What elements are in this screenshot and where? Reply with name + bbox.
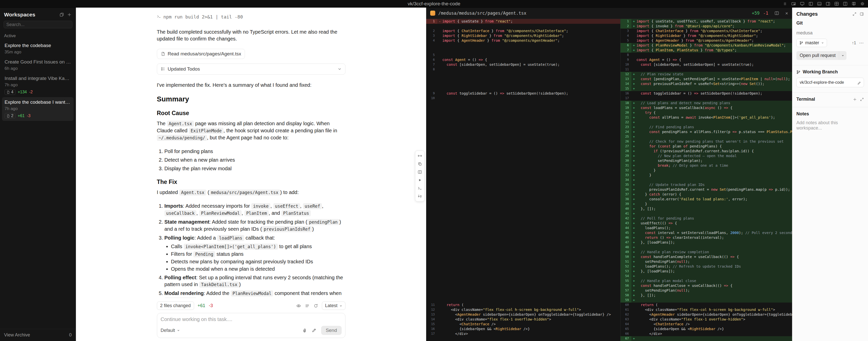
workspace-title: Explore the codebase I want you to ex... <box>5 99 71 105</box>
files-changed-button[interactable]: 2 files changed <box>157 302 194 310</box>
expand-horizontal-icon[interactable] <box>416 153 423 159</box>
diff-line-marker: + <box>631 226 637 230</box>
chevron-down-icon <box>339 304 342 307</box>
diff-row: 2+import { invoke } from "@tauri-apps/ap… <box>426 24 792 29</box>
diff-line-marker: + <box>631 86 637 91</box>
diff-line-number: 43 <box>620 221 631 226</box>
layout-sidebar-left-icon[interactable] <box>808 1 813 6</box>
eye-icon[interactable] <box>296 303 301 308</box>
diff-row: 24+ const pendingPlans = allPlans.filter… <box>426 129 792 134</box>
diff-line-number: 54 <box>620 274 631 279</box>
grid-icon[interactable] <box>834 1 839 6</box>
diff-code-line <box>442 230 620 235</box>
picture-in-picture-icon[interactable] <box>791 1 796 6</box>
diff-code-line: for (const plan of pendingPlans) { <box>637 144 792 149</box>
workspace-item[interactable]: Explore the codebase I want you to ex...… <box>2 97 74 121</box>
compare-arrows-icon[interactable] <box>416 193 423 199</box>
diff-code-line: <div className="flex flex-1 overflow-hid… <box>637 317 792 322</box>
split-view-icon[interactable] <box>774 11 779 16</box>
workspace-item[interactable]: Explore the codebase35m ago <box>2 40 74 57</box>
diff-line-marker <box>437 182 442 187</box>
new-terminal-plus-icon[interactable] <box>853 97 857 101</box>
diff-line-marker <box>631 331 637 336</box>
diff-line-marker: + <box>631 221 637 226</box>
diff-line-number: 10 <box>620 62 631 67</box>
expand-diagonal-icon[interactable] <box>860 97 864 101</box>
diff-line-marker: + <box>631 235 637 240</box>
diff-code-line <box>442 192 620 197</box>
attachment-paperclip-icon[interactable] <box>302 328 307 333</box>
model-selector[interactable]: Default <box>161 328 180 333</box>
workspace-item[interactable]: Install and integrate Vibe Kanban Web...… <box>2 73 74 97</box>
notes-placeholder[interactable]: Add notes about this workspace... <box>796 120 864 131</box>
diff-line-marker: + <box>631 293 637 298</box>
search-input[interactable] <box>4 21 72 28</box>
diff-row: 22+ <box>426 120 792 125</box>
tool-call-updated-todos[interactable]: Updated Todos <box>157 63 345 74</box>
close-icon[interactable]: × <box>785 11 788 16</box>
diff-line-marker: + <box>631 202 637 207</box>
book-icon[interactable] <box>851 1 856 6</box>
tool-call-label: Read medusa/src/pages/Agent.tsx <box>168 51 241 57</box>
version-dropdown[interactable]: Latest <box>322 302 345 310</box>
diff-line-marker <box>437 86 442 91</box>
diff-line-number <box>426 197 437 202</box>
workspace-title: Explore the codebase <box>5 43 71 48</box>
refresh-icon[interactable] <box>313 303 318 308</box>
diff-code-line: } <box>637 168 792 173</box>
diff-line-marker <box>437 293 442 298</box>
diff-line-marker: + <box>631 168 637 173</box>
layout-sidebar-right-icon[interactable] <box>826 1 831 6</box>
display-icon[interactable] <box>800 1 805 6</box>
diff-line-marker <box>437 115 442 120</box>
diff-row: 56+ const handlePlanClose = useCallback(… <box>426 283 792 288</box>
pr-options-chevron[interactable] <box>839 51 846 60</box>
split-view-icon[interactable] <box>416 169 423 175</box>
panel-right-icon[interactable] <box>860 12 864 16</box>
diff-line-number <box>426 259 437 264</box>
diff-code-line: <div className="flex flex-col h-screen b… <box>637 307 792 312</box>
pen-icon[interactable] <box>312 328 317 333</box>
diff-code-line: import { useState, useEffect, useRef, us… <box>637 19 792 24</box>
diff-code-line: </div> <box>442 331 620 336</box>
new-workspace-plus-icon[interactable] <box>67 12 72 17</box>
diff-code-line: <AgentHeader sidebarOpen={sidebarOpen} o… <box>637 312 792 317</box>
terminal-command-row[interactable]: npm run build 2>&1 | tail -80 <box>157 14 345 20</box>
split-columns-icon[interactable] <box>843 1 848 6</box>
diff-line-number: 37 <box>620 192 631 197</box>
edit-pencil-icon[interactable] <box>857 81 861 85</box>
diff-line-number: 16 <box>620 91 631 96</box>
view-archive-button[interactable]: View Archive 0 <box>0 329 76 341</box>
message-input[interactable] <box>161 316 342 322</box>
diff-line-marker <box>437 230 442 235</box>
chevron-down-icon[interactable] <box>338 67 342 71</box>
diff-row: 45+ const interval = setInterval(loadPla… <box>426 230 792 235</box>
workspace-item[interactable]: Create Good First Issues on Github So ..… <box>2 57 74 73</box>
repo-name: medusa <box>796 30 864 36</box>
more-menu-icon[interactable]: ⋯ <box>859 40 864 46</box>
pause-icon[interactable] <box>782 1 787 6</box>
list-item: Polling logic: Added a loadPlans callbac… <box>164 235 345 273</box>
diff-line-marker <box>631 38 637 43</box>
layout-panel-bottom-icon[interactable] <box>817 1 822 6</box>
settings-gear-icon[interactable] <box>860 1 865 6</box>
diff-line-number: 39 <box>620 202 631 207</box>
workspaces-view-icon[interactable] <box>59 12 64 17</box>
diff-code-line <box>442 24 620 29</box>
inline-code: useRef <box>303 203 322 209</box>
branch-selector[interactable]: master <box>796 39 827 47</box>
diff-line-number <box>426 269 437 274</box>
diff-line-marker <box>437 158 442 163</box>
terminal-icon[interactable] <box>416 185 423 191</box>
send-button[interactable]: Send <box>321 326 341 335</box>
diff-line-number <box>426 134 437 139</box>
copy-icon[interactable] <box>416 161 423 167</box>
list-icon[interactable] <box>305 303 310 308</box>
notes-section-label: Notes <box>796 111 809 117</box>
working-branch-input[interactable] <box>799 80 855 85</box>
tool-call-read-file[interactable]: Read medusa/src/pages/Agent.tsx <box>157 49 245 59</box>
open-pull-request-button[interactable]: Open pull request <box>796 51 846 60</box>
diff-line-marker: + <box>631 245 637 250</box>
play-icon[interactable] <box>416 177 423 183</box>
expand-diagonal-icon[interactable] <box>852 12 857 16</box>
